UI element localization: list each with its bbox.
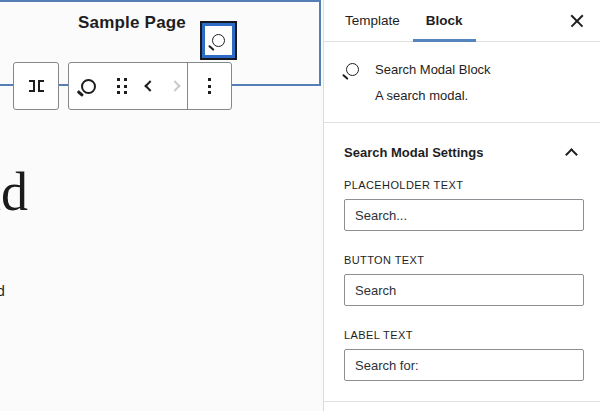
close-icon <box>570 14 584 28</box>
button-text-field: BUTTON TEXT <box>344 254 584 306</box>
move-left-button[interactable] <box>137 63 162 109</box>
placeholder-text-input[interactable] <box>344 199 584 231</box>
block-card-description: A search modal. <box>375 88 491 104</box>
drag-handle[interactable] <box>107 63 137 109</box>
paragraph-text-fragment: d <box>0 283 5 299</box>
button-text-input[interactable] <box>344 274 584 306</box>
magnifier-icon <box>212 34 225 47</box>
drag-dots-icon <box>117 78 127 94</box>
tab-block[interactable]: Block <box>413 0 476 41</box>
select-parent-block-button[interactable] <box>13 62 59 110</box>
vertical-ellipsis-icon <box>208 78 211 94</box>
block-selection-outline-top <box>0 0 321 2</box>
inspector-tabs: Template Block <box>324 0 600 42</box>
chevron-up-icon <box>565 148 578 161</box>
inspector-sidebar: Template Block Search Modal Block A sear… <box>323 0 600 411</box>
label-text-input[interactable] <box>344 349 584 381</box>
settings-panel-toggle[interactable]: Search Modal Settings <box>344 145 584 160</box>
brackets-modal-icon <box>29 80 35 92</box>
block-card-title: Search Modal Block <box>375 62 491 78</box>
placeholder-text-label: PLACEHOLDER TEXT <box>344 179 584 191</box>
options-button[interactable] <box>188 63 231 109</box>
block-toolbar <box>68 62 232 110</box>
tab-template[interactable]: Template <box>332 0 413 41</box>
label-text-field: LABEL TEXT <box>344 329 584 381</box>
heading-text-fragment: nd <box>0 163 28 222</box>
search-icon <box>81 79 96 94</box>
editor-canvas: Sample Page nd d <box>0 0 323 411</box>
settings-panel-title: Search Modal Settings <box>344 145 483 160</box>
search-icon <box>346 63 359 76</box>
page-title: Sample Page <box>78 13 186 33</box>
brackets-modal-icon <box>38 80 44 92</box>
block-selection-outline-right <box>319 0 321 86</box>
placeholder-text-field: PLACEHOLDER TEXT <box>344 179 584 231</box>
block-type-search-button[interactable] <box>69 63 107 109</box>
close-sidebar-button[interactable] <box>554 0 600 41</box>
label-text-label: LABEL TEXT <box>344 329 584 341</box>
chevron-right-icon <box>169 80 180 91</box>
move-right-button[interactable] <box>162 63 187 109</box>
search-modal-settings-panel: Search Modal Settings PLACEHOLDER TEXT B… <box>324 123 600 402</box>
button-text-label: BUTTON TEXT <box>344 254 584 266</box>
chevron-left-icon <box>144 80 155 91</box>
search-modal-block-button[interactable] <box>200 21 237 60</box>
block-card: Search Modal Block A search modal. <box>324 42 600 123</box>
